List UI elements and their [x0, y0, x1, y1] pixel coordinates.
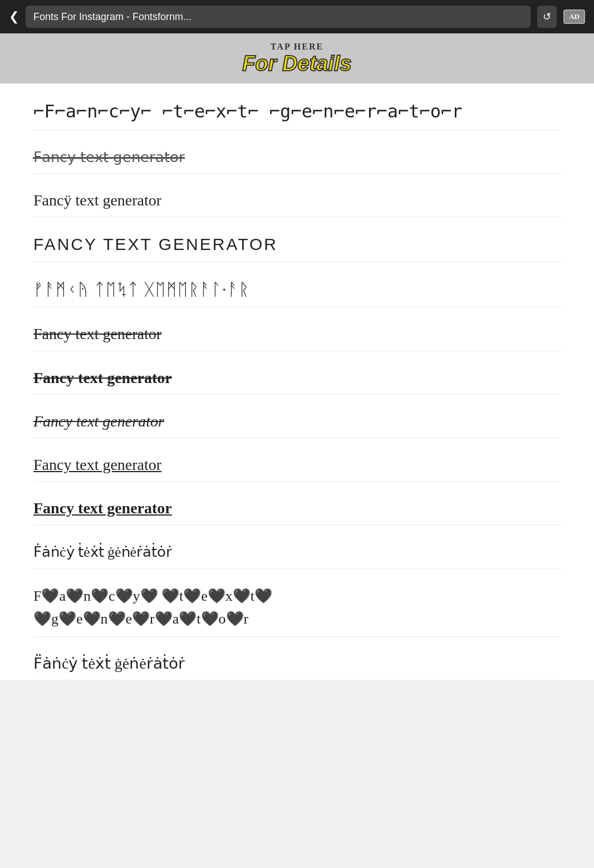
- text-style-slash[interactable]: Fancy text generator: [33, 413, 164, 430]
- text-style-underline2[interactable]: Fancy text generator: [33, 499, 172, 517]
- list-item: Fancy text generator: [33, 307, 561, 351]
- list-item: Ḟȧṅċẏ ṫėẋṫ ġėṅėṙȧṫȯṙ: [33, 525, 561, 568]
- list-item: ⌐F⌐a⌐n⌐c⌐y⌐ ⌐t⌐e⌐x⌐t⌐ ⌐g⌐e⌐n⌐e⌐r⌐a⌐t⌐o⌐r: [33, 84, 561, 130]
- list-item: F̈ȧṅċẏ ṫėẋṫ ġėṅėṙȧṫȯṙ: [33, 637, 561, 680]
- text-style-medieval[interactable]: Fancÿ text generator: [33, 192, 161, 209]
- ad-badge: AD: [563, 9, 585, 24]
- text-style-strikethrough[interactable]: F̶a̶n̶c̶y̶ ̶t̶e̶x̶t̶ ̶g̶e̶n̶e̶r̶a̶t̶o̶r̶: [33, 149, 185, 165]
- back-icon[interactable]: ❮: [9, 9, 19, 24]
- text-style-bracket[interactable]: ⌐F⌐a⌐n⌐c⌐y⌐ ⌐t⌐e⌐x⌐t⌐ ⌐g⌐e⌐n⌐e⌐r⌐a⌐t⌐o⌐r: [33, 101, 463, 122]
- text-style-strike3[interactable]: Fancy text generator: [33, 369, 172, 386]
- top-bar: ❮ ↺ AD: [0, 0, 594, 33]
- list-item: Fancy text generator: [33, 395, 561, 438]
- list-item: Fancÿ text generator: [33, 174, 561, 217]
- refresh-icon: ↺: [543, 11, 551, 22]
- list-item: ᚠᚨᛗᚲᚤ ᛏᛖᛪᛏ ᚷᛖᛗᛖᚱᚨᛚ·ᚨᚱ: [33, 262, 561, 307]
- list-item: F̶a̶n̶c̶y̶ ̶t̶e̶x̶t̶ ̶g̶e̶n̶e̶r̶a̶t̶o̶r̶: [33, 130, 561, 174]
- list-item: F🖤a🖤n🖤c🖤y🖤 🖤t🖤e🖤x🖤t🖤🖤g🖤e🖤n🖤e🖤r🖤a🖤t🖤o🖤r: [33, 569, 561, 637]
- refresh-button[interactable]: ↺: [537, 6, 557, 28]
- list-item: Fancy text generator: [33, 482, 561, 525]
- for-details-label: For Details: [242, 52, 351, 76]
- list-item: Fancy text generator: [33, 438, 561, 482]
- ad-banner[interactable]: TAP HERE For Details: [0, 33, 594, 84]
- text-style-underline1[interactable]: Fancy text generator: [33, 456, 161, 473]
- text-style-futhark[interactable]: ᚠᚨᛗᚲᚤ ᛏᛖᛪᛏ ᚷᛖᛗᛖᚱᚨᛚ·ᚨᚱ: [33, 280, 250, 298]
- content-area: ⌐F⌐a⌐n⌐c⌐y⌐ ⌐t⌐e⌐x⌐t⌐ ⌐g⌐e⌐n⌐e⌐r⌐a⌐t⌐o⌐r…: [0, 84, 594, 680]
- list-item: Fancy text generator: [33, 351, 561, 395]
- url-input[interactable]: [26, 6, 531, 28]
- text-style-hearts[interactable]: F🖤a🖤n🖤c🖤y🖤 🖤t🖤e🖤x🖤t🖤🖤g🖤e🖤n🖤e🖤r🖤a🖤t🖤o🖤r: [33, 588, 272, 627]
- text-style-strike2[interactable]: Fancy text generator: [33, 325, 161, 342]
- tap-here-label: TAP HERE: [271, 42, 323, 52]
- text-style-arrows[interactable]: F̈ȧṅċẏ ṫėẋṫ ġėṅėṙȧṫȯṙ: [33, 655, 185, 672]
- text-style-dots[interactable]: Ḟȧṅċẏ ṫėẋṫ ġėṅėṙȧṫȯṙ: [33, 544, 172, 560]
- text-style-caps[interactable]: FANCY TEXT GENERATOR: [33, 235, 278, 253]
- list-item: FANCY TEXT GENERATOR: [33, 217, 561, 262]
